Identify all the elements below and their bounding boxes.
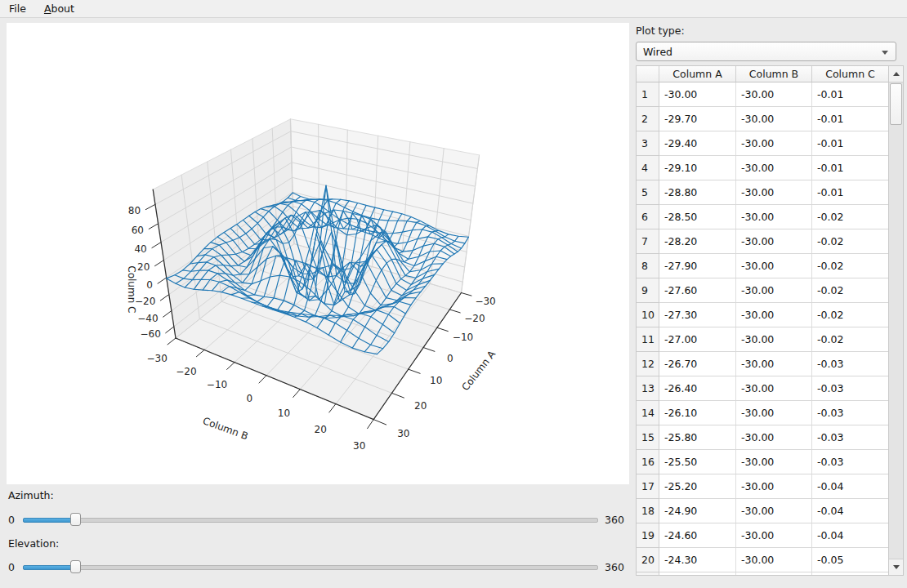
column-header-a[interactable]: Column A <box>659 66 736 82</box>
row-number-cell[interactable]: 6 <box>637 205 659 229</box>
table-cell[interactable]: -0.01 <box>812 82 888 107</box>
table-cell[interactable]: -29.10 <box>659 156 736 180</box>
table-cell[interactable]: -0.02 <box>812 254 888 278</box>
row-number-cell[interactable]: 7 <box>637 229 659 254</box>
table-cell[interactable]: -25.80 <box>659 425 736 450</box>
table-cell[interactable]: -30.00 <box>736 229 812 254</box>
table-cell[interactable]: -30.00 <box>736 450 812 474</box>
table-cell[interactable]: -0.02 <box>812 303 888 327</box>
table-cell[interactable]: -30.00 <box>736 499 812 523</box>
table-cell[interactable]: -28.20 <box>659 229 736 254</box>
menu-about[interactable]: About <box>35 1 83 16</box>
table-cell[interactable]: -0.01 <box>812 180 888 205</box>
row-number-cell[interactable]: 3 <box>637 131 659 156</box>
table-cell[interactable]: -30.00 <box>736 131 812 156</box>
elevation-slider-handle[interactable] <box>70 560 81 573</box>
table-cell[interactable]: -29.40 <box>659 131 736 156</box>
elevation-slider[interactable] <box>23 559 598 574</box>
table-cell[interactable]: -0.03 <box>812 450 888 474</box>
table-cell[interactable]: -30.00 <box>736 82 812 107</box>
row-number-cell[interactable]: 4 <box>637 156 659 180</box>
row-number-cell[interactable]: 10 <box>637 303 659 327</box>
column-header-c[interactable]: Column C <box>812 66 888 82</box>
row-number-cell[interactable]: 16 <box>637 450 659 474</box>
table-cell[interactable]: -24.60 <box>659 523 736 548</box>
table-cell[interactable]: -0.02 <box>812 327 888 352</box>
plot-type-select[interactable]: Wired <box>636 42 896 61</box>
table-cell[interactable]: -30.00 <box>736 376 812 401</box>
row-number-cell[interactable]: 13 <box>637 376 659 401</box>
table-cell[interactable]: -27.60 <box>659 278 736 303</box>
table-cell[interactable]: -26.10 <box>659 401 736 425</box>
table-cell[interactable]: -24.90 <box>659 499 736 523</box>
table-cell[interactable]: -0.05 <box>812 548 888 572</box>
table-cell[interactable]: -27.30 <box>659 303 736 327</box>
row-number-cell[interactable]: 18 <box>637 499 659 523</box>
table-cell[interactable]: -30.00 <box>736 401 812 425</box>
table-corner-cell[interactable] <box>637 66 659 82</box>
row-number-cell[interactable]: 1 <box>637 82 659 107</box>
elevation-slider-track[interactable] <box>23 565 598 570</box>
table-cell[interactable]: -30.00 <box>736 107 812 131</box>
table-cell[interactable] <box>736 572 812 576</box>
azimuth-slider-handle[interactable] <box>70 513 81 526</box>
table-cell[interactable] <box>659 572 736 576</box>
table-cell[interactable]: -0.02 <box>812 278 888 303</box>
column-header-b[interactable]: Column B <box>736 66 812 82</box>
table-cell[interactable]: -29.70 <box>659 107 736 131</box>
table-cell[interactable]: -30.00 <box>736 254 812 278</box>
table-cell[interactable]: -26.40 <box>659 376 736 401</box>
scrollbar-down-button[interactable] <box>889 559 903 575</box>
table-cell[interactable]: -0.03 <box>812 425 888 450</box>
table-cell[interactable]: -0.04 <box>812 523 888 548</box>
table-cell[interactable]: -0.03 <box>812 376 888 401</box>
row-number-cell[interactable]: 9 <box>637 278 659 303</box>
table-cell[interactable]: -30.00 <box>736 425 812 450</box>
table-cell[interactable]: -26.70 <box>659 352 736 376</box>
row-number-cell[interactable]: 2 <box>637 107 659 131</box>
row-number-cell[interactable]: 8 <box>637 254 659 278</box>
azimuth-slider-track[interactable] <box>23 518 598 523</box>
table-cell[interactable]: -30.00 <box>736 352 812 376</box>
table-cell[interactable]: -0.02 <box>812 229 888 254</box>
table-cell[interactable]: -30.00 <box>736 548 812 572</box>
table-cell[interactable]: -30.00 <box>736 205 812 229</box>
scrollbar-up-button[interactable] <box>889 66 903 82</box>
table-cell[interactable]: -30.00 <box>736 523 812 548</box>
row-number-cell[interactable]: 14 <box>637 401 659 425</box>
table-cell[interactable]: -30.00 <box>736 327 812 352</box>
table-cell[interactable]: -25.20 <box>659 474 736 499</box>
table-cell[interactable]: -0.02 <box>812 205 888 229</box>
table-cell[interactable]: -0.01 <box>812 107 888 131</box>
scrollbar-thumb[interactable] <box>890 83 902 125</box>
table-cell[interactable]: -0.01 <box>812 156 888 180</box>
table-cell[interactable]: -28.80 <box>659 180 736 205</box>
table-cell[interactable]: -24.30 <box>659 548 736 572</box>
table-cell[interactable]: -30.00 <box>736 303 812 327</box>
table-cell[interactable]: -30.00 <box>736 278 812 303</box>
row-number-cell[interactable]: 15 <box>637 425 659 450</box>
row-number-cell[interactable] <box>637 572 659 576</box>
table-cell[interactable]: -0.01 <box>812 131 888 156</box>
row-number-cell[interactable]: 20 <box>637 548 659 572</box>
table-cell[interactable]: -25.50 <box>659 450 736 474</box>
table-cell[interactable]: -30.00 <box>659 82 736 107</box>
table-cell[interactable]: -28.50 <box>659 205 736 229</box>
table-cell[interactable]: -0.04 <box>812 474 888 499</box>
table-cell[interactable]: -30.00 <box>736 180 812 205</box>
row-number-cell[interactable]: 5 <box>637 180 659 205</box>
azimuth-slider[interactable] <box>23 512 598 527</box>
table-cell[interactable]: -0.03 <box>812 401 888 425</box>
row-number-cell[interactable]: 11 <box>637 327 659 352</box>
table-cell[interactable]: -0.03 <box>812 352 888 376</box>
table-cell[interactable]: -30.00 <box>736 474 812 499</box>
table-cell[interactable] <box>812 572 888 576</box>
table-cell[interactable]: -0.04 <box>812 499 888 523</box>
table-vertical-scrollbar[interactable] <box>888 66 903 575</box>
menu-file[interactable]: File <box>0 1 35 16</box>
row-number-cell[interactable]: 17 <box>637 474 659 499</box>
row-number-cell[interactable]: 12 <box>637 352 659 376</box>
row-number-cell[interactable]: 19 <box>637 523 659 548</box>
table-cell[interactable]: -30.00 <box>736 156 812 180</box>
table-cell[interactable]: -27.00 <box>659 327 736 352</box>
